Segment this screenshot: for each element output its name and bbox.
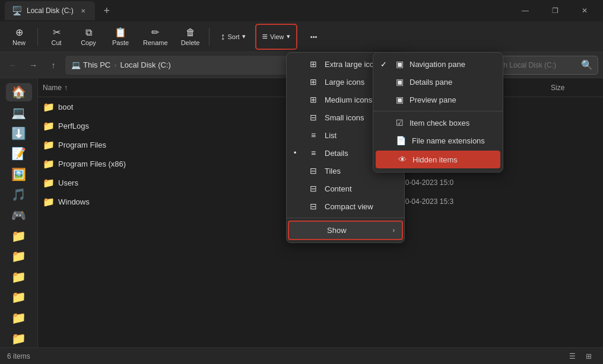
toolbar: ⊕ New ✂ Cut ⧉ Copy 📋 Paste ✏ Rename 🗑 De… (0, 21, 603, 52)
sidebar-item-folder1[interactable]: 📁 (6, 226, 32, 245)
paste-icon: 📋 (115, 27, 126, 38)
active-tab[interactable]: 🖥️ Local Disk (C:) ✕ (5, 1, 95, 20)
cut-icon: ✂ (53, 27, 61, 38)
small-icons-icon: ⊟ (308, 113, 319, 122)
check-icon: ✓ (380, 60, 390, 69)
sidebar-item-folder5[interactable]: 📁 (6, 309, 32, 327)
show-item-hidden-items[interactable]: 👁 Hidden items (376, 151, 500, 168)
folder-icon: 📁 (43, 139, 55, 151)
show-item-item-check-boxes[interactable]: ☑ Item check boxes (373, 114, 503, 132)
show-menu-separator (373, 111, 503, 111)
menu-item-content[interactable]: ⊟ Content (287, 180, 404, 197)
tiles-label: Tiles (325, 167, 341, 175)
back-button[interactable]: ← (5, 57, 21, 74)
maximize-button[interactable]: ❐ (541, 1, 569, 20)
sort-button[interactable]: ↕ Sort ▾ (212, 24, 254, 50)
cut-button[interactable]: ✂ Cut (41, 24, 72, 50)
close-button[interactable]: ✕ (571, 1, 598, 20)
more-button[interactable]: ••• (299, 24, 329, 50)
tab-close-button[interactable]: ✕ (78, 7, 88, 15)
details-label: Details (325, 149, 348, 158)
compact-view-icon: ⊟ (308, 202, 319, 211)
toolbar-separator-2 (209, 28, 210, 46)
status-details-view[interactable]: ☰ (565, 350, 579, 363)
header-size[interactable]: Size (551, 84, 598, 92)
details-pane-label: Details pane (410, 78, 496, 87)
file-date: 10-04-2023 15:3 (401, 197, 496, 206)
hidden-items-icon: 👁 (398, 155, 407, 164)
sidebar-item-folder2[interactable]: 📁 (6, 247, 32, 266)
details-pane-icon: ▣ (396, 77, 404, 87)
compact-view-label: Compact view (325, 202, 373, 211)
status-bar: 6 items ☰ ⊞ (0, 347, 603, 364)
sidebar-item-downloads[interactable]: ⬇️ (6, 124, 32, 142)
sidebar-item-music[interactable]: 🎵 (6, 186, 32, 204)
sort-asc-icon: ↑ (64, 84, 68, 92)
medium-icons-icon: ⊞ (308, 95, 319, 104)
check-icon: • (294, 149, 302, 157)
rename-icon: ✏ (151, 27, 159, 38)
delete-label: Delete (181, 39, 200, 46)
show-item-details-pane[interactable]: ▣ Details pane (373, 73, 503, 91)
sidebar: 🏠 💻 ⬇️ 📝 🖼️ 🎵 🎮 📁 📁 📁 📁 📁 📁 (0, 78, 38, 347)
paste-button[interactable]: 📋 Paste (105, 24, 136, 50)
list-icon: ≡ (308, 130, 319, 140)
show-label: Show (327, 226, 347, 235)
show-item-preview-pane[interactable]: ▣ Preview pane (373, 91, 503, 108)
navigation-pane-icon: ▣ (396, 59, 404, 69)
show-submenu: ✓ ▣ Navigation pane ▣ Details pane ▣ Pre… (373, 52, 503, 173)
details-icon: ≡ (308, 148, 319, 158)
minimize-button[interactable]: — (512, 1, 539, 20)
navigation-pane-label: Navigation pane (410, 60, 496, 69)
forward-button[interactable]: → (25, 57, 42, 74)
tab-icon: 🖥️ (12, 6, 22, 15)
toolbar-separator-1 (37, 28, 38, 46)
hidden-items-label: Hidden items (412, 155, 493, 164)
show-item-file-name-extensions[interactable]: 📄 File name extensions (373, 132, 503, 149)
sidebar-item-games[interactable]: 🎮 (6, 206, 32, 225)
sidebar-item-folder3[interactable]: 📁 (6, 267, 32, 286)
folder-icon: 📁 (43, 196, 55, 207)
title-bar: 🖥️ Local Disk (C:) ✕ + — ❐ ✕ (0, 0, 603, 21)
more-label: ••• (310, 33, 318, 40)
menu-item-compact-view[interactable]: ⊟ Compact view (287, 197, 404, 215)
show-arrow-icon: › (393, 227, 395, 234)
folder-icon: 📁 (43, 177, 55, 189)
copy-button[interactable]: ⧉ Copy (73, 24, 104, 50)
cut-label: Cut (51, 39, 61, 46)
menu-item-show[interactable]: Show › (288, 221, 403, 240)
title-bar-left: 🖥️ Local Disk (C:) ✕ + (5, 1, 507, 20)
window-controls: — ❐ ✕ (512, 1, 598, 20)
view-button[interactable]: ≡ View ▾ (255, 24, 297, 50)
new-tab-button[interactable]: + (99, 2, 115, 19)
rename-button[interactable]: ✏ Rename (137, 24, 174, 50)
menu-separator (287, 218, 404, 218)
new-button[interactable]: ⊕ New (4, 24, 34, 50)
copy-icon: ⧉ (85, 27, 92, 38)
up-button[interactable]: ↑ (45, 57, 62, 74)
folder-icon: 📁 (43, 101, 55, 113)
preview-pane-label: Preview pane (410, 95, 496, 104)
file-name-extensions-icon: 📄 (396, 136, 406, 145)
copy-label: Copy (81, 39, 96, 46)
sidebar-item-pictures[interactable]: 🖼️ (6, 165, 32, 183)
rename-label: Rename (143, 39, 168, 46)
status-grid-view[interactable]: ⊞ (582, 350, 596, 363)
sidebar-item-home[interactable]: 🏠 (6, 83, 32, 101)
new-label: New (12, 39, 26, 46)
small-icons-label: Small icons (325, 113, 364, 122)
sidebar-item-folder6[interactable]: 📁 (6, 329, 32, 347)
content-icon: ⊟ (308, 184, 319, 193)
tiles-icon: ⊟ (308, 166, 319, 175)
status-view-controls: ☰ ⊞ (565, 350, 596, 363)
sidebar-item-documents[interactable]: 📝 (6, 145, 32, 163)
sort-dropdown-icon: ▾ (242, 33, 246, 40)
breadcrumb-sep-1: › (114, 60, 116, 69)
sidebar-item-pc[interactable]: 💻 (6, 104, 32, 122)
show-item-navigation-pane[interactable]: ✓ ▣ Navigation pane (373, 55, 503, 73)
sidebar-item-folder4[interactable]: 📁 (6, 288, 32, 306)
breadcrumb-localdisk: Local Disk (C:) (120, 60, 171, 69)
delete-button[interactable]: 🗑 Delete (175, 24, 206, 50)
folder-icon: 📁 (43, 120, 55, 132)
header-name-label: Name (43, 84, 62, 92)
